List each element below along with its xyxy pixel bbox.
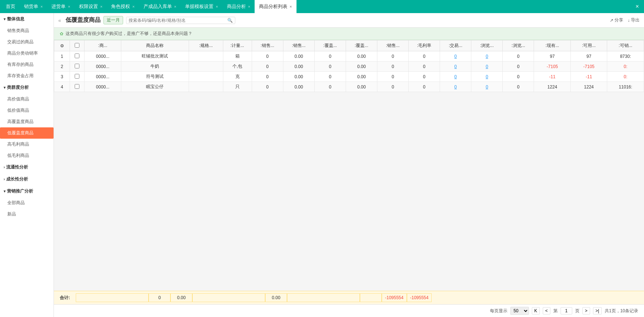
browse-link[interactable]: 0 — [486, 74, 488, 79]
last-page-button[interactable]: >| — [593, 307, 602, 314]
search-icon[interactable]: 🔍 — [227, 18, 233, 23]
table-cell: 0 — [377, 82, 408, 92]
nav-doc-template[interactable]: 单据模板设置 × — [181, 0, 222, 13]
col-code[interactable]: :商... — [85, 40, 121, 51]
sidebar-item-high-margin[interactable]: 高毛利商品 — [0, 139, 54, 150]
col-name[interactable]: 商品名称 — [121, 40, 189, 51]
table-cell: 0 — [409, 82, 440, 92]
close-icon[interactable]: × — [174, 4, 176, 9]
header-actions: ↗ 分享 ↓ 导出 — [610, 17, 640, 23]
prev-page-button[interactable]: < — [543, 307, 550, 314]
browse-link[interactable]: 0 — [454, 74, 457, 79]
col-stock2[interactable]: :可用... — [570, 40, 607, 51]
sidebar-section-circulation[interactable]: › 流通性分析 — [0, 161, 54, 173]
table-cell: -7105 — [534, 62, 570, 72]
table-cell: 0 — [503, 72, 534, 82]
sidebar-item-low-coverage[interactable]: 低覆盖度商品 — [0, 127, 54, 139]
col-stock1[interactable]: :现有... — [534, 40, 570, 51]
col-cover1[interactable]: :覆盖... — [314, 40, 346, 51]
page-label: 第 — [553, 308, 558, 314]
sidebar-item-new-products[interactable]: 新品 — [0, 209, 54, 220]
close-all-tabs-button[interactable]: × — [632, 3, 643, 10]
sidebar-section-cluster[interactable]: ▾ 类群度分析 — [0, 82, 54, 94]
col-margin[interactable]: :毛利率 — [409, 40, 440, 51]
browse-link[interactable]: 0 — [454, 84, 457, 90]
sidebar-item-in-stock-products[interactable]: 有库存的商品 — [0, 59, 54, 70]
share-button[interactable]: ↗ 分享 — [610, 17, 623, 23]
row-checkbox[interactable] — [75, 64, 79, 68]
sidebar-collapse-button[interactable]: « — [58, 17, 61, 23]
nav-product-analysis-list[interactable]: 商品分析列表 × — [255, 0, 296, 13]
sidebar-item-category-sales-rate[interactable]: 商品分类动销率 — [0, 48, 54, 59]
total-pages-info: 共1页，10条记录 — [605, 308, 638, 314]
browse-link[interactable]: 0 — [486, 54, 488, 59]
nav-purchase-order[interactable]: 进货单 × — [47, 0, 74, 13]
close-icon[interactable]: × — [216, 4, 218, 9]
row-checkbox[interactable] — [75, 54, 79, 58]
sidebar-section-marketing[interactable]: ▾ 营销推广分析 — [0, 185, 54, 197]
table-cell: 只 — [223, 82, 252, 92]
close-icon[interactable]: × — [290, 4, 292, 9]
col-spec[interactable]: :规格... — [189, 40, 223, 51]
info-icon: ✿ — [60, 31, 63, 36]
footer-stock2: -1095554 — [407, 293, 432, 302]
col-settings[interactable]: ⚙ — [54, 40, 70, 51]
col-browse1[interactable]: :浏览... — [471, 40, 503, 51]
sidebar-item-traded-products[interactable]: 交易过的商品 — [0, 36, 54, 48]
first-page-button[interactable]: K — [532, 307, 540, 314]
sidebar-item-high-value[interactable]: 高价值商品 — [0, 94, 54, 105]
sidebar-item-all-products[interactable]: 全部商品 — [0, 197, 54, 209]
table-cell: 0000... — [85, 62, 121, 72]
browse-link[interactable]: 0 — [486, 84, 488, 90]
table-cell: 0 — [314, 82, 346, 92]
browse-link[interactable]: 0 — [454, 64, 457, 69]
close-icon[interactable]: × — [248, 4, 250, 9]
close-icon[interactable]: × — [68, 4, 70, 9]
col-unit[interactable]: :计量... — [223, 40, 252, 51]
nav-sales-order[interactable]: 销货单 × — [20, 0, 47, 13]
nav-product-analysis[interactable]: 商品分析 × — [223, 0, 255, 13]
close-icon[interactable]: × — [100, 4, 102, 9]
sidebar-item-stock-capital[interactable]: 库存资金占用 — [0, 70, 54, 82]
row-checkbox[interactable] — [75, 74, 79, 79]
select-all-checkbox[interactable] — [75, 43, 79, 48]
browse-link[interactable]: 0 — [454, 54, 457, 59]
total-label: 合计: — [60, 295, 70, 301]
sidebar-item-high-coverage[interactable]: 高覆盖度商品 — [0, 116, 54, 127]
sidebar-section-growth[interactable]: › 成长性分析 — [0, 173, 54, 185]
col-cover2[interactable]: :覆盖... — [346, 40, 377, 51]
sidebar-item-sales-products[interactable]: 销售类商品 — [0, 25, 54, 36]
close-icon[interactable]: × — [40, 4, 43, 9]
col-sales2[interactable]: :销售... — [283, 40, 314, 51]
next-page-button[interactable]: > — [582, 307, 590, 314]
nav-role-auth[interactable]: 角色授权 × — [107, 0, 139, 13]
row-checkbox[interactable] — [75, 84, 79, 89]
close-icon[interactable]: × — [132, 4, 134, 9]
col-sales3[interactable]: :销售... — [377, 40, 408, 51]
col-browse2[interactable]: :浏览... — [503, 40, 534, 51]
col-checkbox[interactable] — [70, 40, 85, 51]
table-cell: 2 — [54, 62, 70, 72]
browse-link[interactable]: 0 — [486, 64, 488, 69]
table-wrapper[interactable]: ⚙ :商... 商品名称 :规格... :计量... :销售... :销售...… — [54, 40, 644, 291]
nav-permission-setting[interactable]: 权限设置 × — [75, 0, 107, 13]
table-cell: 4 — [54, 82, 70, 92]
table-cell: 0.00 — [283, 82, 314, 92]
col-trade[interactable]: :交易... — [440, 40, 471, 51]
page-size-select[interactable]: 50 20 100 200 — [510, 307, 529, 315]
sidebar-item-low-margin[interactable]: 低毛利商品 — [0, 150, 54, 161]
page-header: « 低覆盖度商品 近一月 🔍 ↗ 分享 ↓ 导出 — [54, 13, 644, 28]
table-cell: 0: — [607, 72, 644, 82]
table-cell: 个,包 — [223, 62, 252, 72]
col-stock3[interactable]: :可销... — [607, 40, 644, 51]
nav-home[interactable]: 首页 — [1, 0, 20, 13]
table-cell: 0 — [314, 51, 346, 62]
page-number-input[interactable] — [561, 307, 572, 314]
search-input[interactable] — [129, 18, 227, 23]
date-filter-button[interactable]: 近一月 — [103, 16, 123, 24]
export-button[interactable]: ↓ 导出 — [628, 17, 640, 23]
sidebar-item-low-value[interactable]: 低价值商品 — [0, 105, 54, 116]
sidebar-section-overall[interactable]: ▾ 整体信息 — [0, 13, 54, 25]
col-sales1[interactable]: :销售... — [252, 40, 283, 51]
nav-product-entry[interactable]: 产成品入库单 × — [139, 0, 181, 13]
